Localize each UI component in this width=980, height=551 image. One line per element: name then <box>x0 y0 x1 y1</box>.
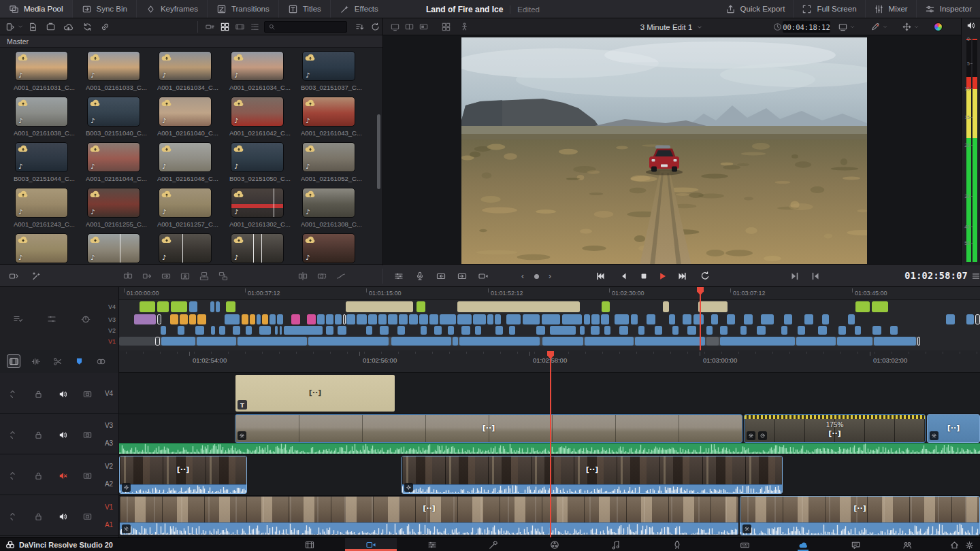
overview-clip[interactable] <box>291 314 300 324</box>
page-button-color[interactable] <box>529 538 581 551</box>
trans-dis-icon[interactable] <box>315 269 329 283</box>
relink-icon[interactable] <box>98 20 112 33</box>
tab-keyframes[interactable]: Keyframes <box>136 0 207 18</box>
overview-clip[interactable] <box>238 337 307 346</box>
media-clip-thumbnail[interactable]: ♪ <box>159 142 212 172</box>
overview-clip[interactable] <box>509 326 515 335</box>
sort-icon[interactable] <box>353 20 366 33</box>
overview-clip[interactable] <box>419 314 428 324</box>
live-ow-icon[interactable] <box>476 269 490 283</box>
mute-track-icon[interactable] <box>56 428 69 441</box>
overview-clip[interactable] <box>157 314 161 324</box>
media-clip-thumbnail[interactable]: ♪ <box>302 97 355 127</box>
overview-clip[interactable] <box>284 326 323 335</box>
overview-clip[interactable] <box>461 326 470 335</box>
overview-clip[interactable] <box>495 314 501 324</box>
overview-clip[interactable] <box>409 314 418 324</box>
overview-clip[interactable] <box>326 314 333 324</box>
video-clip-v2[interactable]: [··] <box>402 456 783 494</box>
overview-clip[interactable] <box>580 326 585 335</box>
page-button-edit[interactable] <box>406 538 458 551</box>
overview-clip[interactable] <box>308 337 389 346</box>
overview-clip[interactable] <box>317 314 325 324</box>
overview-clip[interactable] <box>804 314 813 324</box>
overview-clip[interactable] <box>855 301 870 312</box>
page-button-media[interactable] <box>284 538 336 551</box>
overview-clip[interactable] <box>195 326 204 335</box>
overview-clip[interactable] <box>542 314 560 324</box>
media-clip-thumbnail[interactable]: ♪ <box>231 233 284 263</box>
overview-clip[interactable] <box>259 326 271 335</box>
overview-clip[interactable] <box>838 326 846 335</box>
media-clip-thumbnail[interactable]: ♪ <box>87 97 140 127</box>
sync-clips-icon[interactable] <box>80 20 94 33</box>
media-clip-thumbnail[interactable]: ♪ <box>15 97 68 127</box>
overview-clip[interactable] <box>459 337 540 346</box>
overview-clip[interactable] <box>604 326 610 335</box>
audio-track-label[interactable]: A3 <box>101 439 117 447</box>
overview-clip[interactable] <box>796 337 836 346</box>
overview-clip[interactable] <box>155 337 160 346</box>
smart-edit-icon[interactable] <box>30 269 44 283</box>
overview-clip[interactable] <box>189 314 196 324</box>
bin-breadcrumb[interactable]: Master <box>0 35 382 48</box>
overview-clip[interactable] <box>727 314 735 324</box>
media-clip-thumbnail[interactable]: ♪ <box>302 51 355 81</box>
trans-cut-icon[interactable] <box>296 269 310 283</box>
overview-clip[interactable] <box>219 326 225 335</box>
overview-clip[interactable] <box>170 314 178 324</box>
overview-clip[interactable] <box>872 326 881 335</box>
stop-button[interactable] <box>637 269 651 283</box>
overview-clip[interactable] <box>495 326 503 335</box>
overview-clip[interactable] <box>180 314 188 324</box>
markup-tool-icon[interactable] <box>868 20 882 33</box>
media-clip-thumbnail[interactable]: ♪ <box>302 188 355 218</box>
overview-clip[interactable] <box>698 301 728 312</box>
overview-clip[interactable] <box>157 301 169 312</box>
strip-view-icon[interactable] <box>203 20 216 33</box>
trans-smooth-icon[interactable] <box>334 269 348 283</box>
collaboration-icon[interactable] <box>900 538 915 551</box>
video-clip-v1[interactable]: [··] <box>119 496 739 535</box>
overview-clip[interactable] <box>584 314 590 324</box>
overview-clip[interactable] <box>837 337 872 346</box>
overview-playhead[interactable] <box>700 289 701 350</box>
overview-clip[interactable] <box>550 326 576 335</box>
overview-clip[interactable] <box>706 337 719 346</box>
overview-clip[interactable] <box>338 326 346 335</box>
timeline-menu-icon[interactable] <box>969 269 980 283</box>
overview-clip[interactable] <box>631 314 638 324</box>
track-view-icon[interactable] <box>80 510 94 523</box>
resize-track-icon[interactable] <box>5 387 19 401</box>
overview-clip[interactable] <box>655 326 662 335</box>
overview-clip[interactable] <box>210 301 214 312</box>
overview-clip[interactable] <box>262 314 268 324</box>
overview-clip[interactable] <box>416 301 425 312</box>
lock-track-icon[interactable] <box>31 469 45 482</box>
overview-clip[interactable] <box>226 301 235 312</box>
ripple-ow-icon[interactable] <box>159 269 173 283</box>
overview-clip[interactable] <box>740 326 747 335</box>
overview-clip[interactable] <box>536 326 545 335</box>
overview-clip[interactable] <box>487 314 493 324</box>
video-clip-v3[interactable]: 175%[··] <box>744 414 926 443</box>
media-clip-thumbnail[interactable]: ♪ <box>159 97 212 127</box>
poi-out-icon[interactable] <box>455 269 469 283</box>
audio-track-label[interactable]: A1 <box>101 521 117 529</box>
video-clip-v3[interactable]: [··] <box>927 414 980 443</box>
import-media-icon[interactable] <box>26 20 39 33</box>
prev-edit-button[interactable] <box>808 269 822 283</box>
clock-icon[interactable] <box>770 20 784 33</box>
overview-clip[interactable] <box>822 314 829 324</box>
media-clip-thumbnail[interactable]: ♪ <box>159 233 212 263</box>
marker-blue-icon[interactable] <box>72 354 86 368</box>
overview-clip[interactable] <box>602 301 610 312</box>
overview-clip[interactable] <box>275 326 278 335</box>
overview-clip[interactable] <box>663 301 669 312</box>
overview-clip[interactable] <box>638 326 644 335</box>
overview-clip[interactable] <box>784 314 792 324</box>
loop-button[interactable] <box>698 269 712 283</box>
overview-clip[interactable] <box>440 314 456 324</box>
refresh-icon[interactable] <box>368 20 382 33</box>
media-clip-thumbnail[interactable]: ♪ <box>87 51 140 81</box>
